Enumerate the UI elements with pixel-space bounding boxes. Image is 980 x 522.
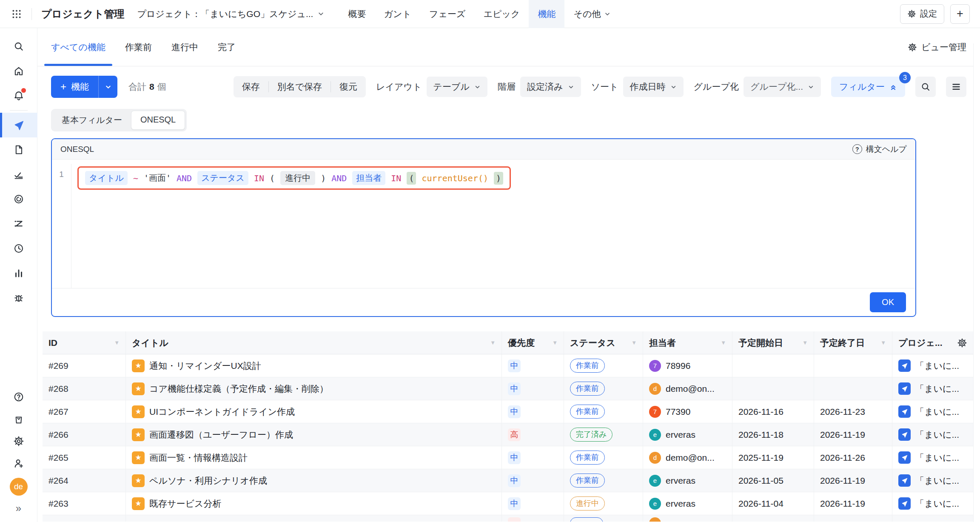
sidebar-item-home[interactable] xyxy=(0,59,37,83)
layout-select[interactable]: テーブル xyxy=(427,77,487,97)
onesql-query[interactable]: タイトル ~ '画面' AND ステータス IN ( 進行中 ) AND 担当者… xyxy=(77,166,511,190)
sidebar-item-invite[interactable] xyxy=(0,452,37,474)
view-tab-todo[interactable]: 作業前 xyxy=(125,28,152,66)
view-tab-in-progress[interactable]: 進行中 xyxy=(171,28,198,66)
tab-feature[interactable]: 機能 xyxy=(529,0,564,28)
tab-phase[interactable]: フェーズ xyxy=(420,0,474,28)
table-row[interactable]: #263 ★既存サービス分析 中 進行中 eerveras 2026-11-04… xyxy=(43,492,973,515)
onesql-tab[interactable]: ONESQL xyxy=(131,111,185,130)
save-as-button[interactable]: 別名で保存 xyxy=(269,81,331,93)
search-button[interactable] xyxy=(915,77,936,97)
cell-title[interactable]: ★画面遷移図（ユーザーフロー）作成 xyxy=(126,423,502,446)
table-row[interactable]: #267 ★UIコンポーネントガイドライン作成 中 作業前 777390 202… xyxy=(43,400,973,423)
cell-assignee: 778996 xyxy=(643,354,732,377)
filter-triangle-icon[interactable]: ▼ xyxy=(114,339,120,346)
column-header-project[interactable]: プロジェ... xyxy=(892,331,973,354)
filter-triangle-icon[interactable]: ▼ xyxy=(552,339,558,346)
tab-epic[interactable]: エピック xyxy=(474,0,529,28)
sidebar-item-sprint[interactable] xyxy=(0,187,37,211)
avatar xyxy=(649,517,661,522)
view-tab-all-features[interactable]: すべての機能 xyxy=(51,28,105,66)
column-header-status[interactable]: ステータス▼ xyxy=(564,331,643,354)
sidebar-item-marketplace[interactable] xyxy=(0,408,37,430)
project-icon xyxy=(898,382,911,395)
cell-title[interactable]: ★ペルソナ・利用シナリオ作成 xyxy=(126,469,502,492)
onesql-panel-header: ONESQL ? 構文ヘルプ xyxy=(52,139,915,160)
priority-badge: 中 xyxy=(508,382,521,395)
filter-triangle-icon[interactable]: ▼ xyxy=(490,339,496,346)
tab-overview[interactable]: 概要 xyxy=(339,0,375,28)
table-row-partial[interactable] xyxy=(43,515,973,522)
onesql-panel: ONESQL ? 構文ヘルプ 1 タイトル ~ '画面' AND ステータス I… xyxy=(51,138,916,317)
column-header-assignee[interactable]: 担当者▼ xyxy=(643,331,732,354)
token-paren: ) xyxy=(321,173,326,183)
basic-filter-tab[interactable]: 基本フィルター xyxy=(53,111,131,130)
view-tab-done[interactable]: 完了 xyxy=(218,28,236,66)
hierarchy-select[interactable]: 設定済み xyxy=(520,77,581,97)
project-settings-button[interactable]: 設定 xyxy=(900,4,944,24)
cell-title[interactable]: ★既存サービス分析 xyxy=(126,492,502,515)
question-icon: ? xyxy=(852,144,862,154)
filter-triangle-icon[interactable]: ▼ xyxy=(880,339,886,346)
cell-title[interactable]: ★UIコンポーネントガイドライン作成 xyxy=(126,400,502,423)
global-add-button[interactable]: + xyxy=(950,4,970,24)
tab-more[interactable]: その他 xyxy=(564,0,620,28)
sidebar-item-search[interactable] xyxy=(0,34,37,59)
sidebar-item-document[interactable] xyxy=(0,137,37,162)
filter-triangle-icon[interactable]: ▼ xyxy=(721,339,726,346)
avatar: d xyxy=(649,452,661,464)
sidebar-item-workflow[interactable] xyxy=(0,211,37,236)
chevron-down-icon xyxy=(474,84,481,90)
app-launcher-icon[interactable] xyxy=(11,9,22,20)
syntax-help-link[interactable]: ? 構文ヘルプ xyxy=(852,144,907,155)
group-select[interactable]: グループ化... xyxy=(744,77,821,97)
add-feature-button[interactable]: + 機能 xyxy=(51,76,98,98)
cell-project: 「まいに... xyxy=(892,469,973,492)
list-view-button[interactable] xyxy=(946,77,966,97)
table-row[interactable]: #268 ★コア機能仕様定義（予定作成・編集・削除） 中 作業前 ddemo@o… xyxy=(43,377,973,400)
sidebar-item-report[interactable] xyxy=(0,261,37,285)
status-badge xyxy=(570,517,603,522)
filter-triangle-icon[interactable]: ▼ xyxy=(631,339,637,346)
column-header-end-date[interactable]: 予定終了日▼ xyxy=(814,331,892,354)
token-field: ステータス xyxy=(197,171,248,185)
ok-button[interactable]: OK xyxy=(870,292,906,312)
chevron-down-icon xyxy=(568,84,574,90)
cell-assignee: eerveras xyxy=(643,469,732,492)
table-row[interactable]: #264 ★ペルソナ・利用シナリオ作成 中 作業前 eerveras 2026-… xyxy=(43,469,973,492)
sidebar-item-project[interactable] xyxy=(0,113,37,137)
sidebar-item-notifications[interactable] xyxy=(0,83,37,108)
filter-toggle-button[interactable]: フィルター 3 xyxy=(831,77,905,97)
column-header-id[interactable]: ID▼ xyxy=(43,331,126,354)
sort-select[interactable]: 作成日時 xyxy=(623,77,684,97)
cell-title[interactable]: ★通知・リマインダーUX設計 xyxy=(126,354,502,377)
cell-title[interactable]: ★コア機能仕様定義（予定作成・編集・削除） xyxy=(126,377,502,400)
sidebar-item-tasks[interactable] xyxy=(0,162,37,187)
onesql-code-area[interactable]: 1 タイトル ~ '画面' AND ステータス IN ( 進行中 ) AND 担… xyxy=(52,160,915,288)
save-button[interactable]: 保存 xyxy=(234,81,268,93)
project-selector[interactable]: プロジェクト：「まいにちGO」スケジュ... xyxy=(137,8,325,20)
sidebar-item-test[interactable] xyxy=(0,285,37,310)
filter-triangle-icon[interactable]: ▼ xyxy=(802,339,808,346)
view-manage-button[interactable]: ビュー管理 xyxy=(908,41,966,53)
user-avatar[interactable]: de xyxy=(10,478,28,496)
cell-title[interactable]: ★画面一覧・情報構造設計 xyxy=(126,446,502,469)
table-row[interactable]: #265 ★画面一覧・情報構造設計 中 作業前 ddemo@on... 2025… xyxy=(43,446,973,469)
column-header-priority[interactable]: 優先度▼ xyxy=(502,331,564,354)
table-row[interactable]: #269 ★通知・リマインダーUX設計 中 作業前 778996 「まいに... xyxy=(43,354,973,377)
sidebar-item-settings[interactable] xyxy=(0,430,37,452)
sidebar-item-time[interactable] xyxy=(0,236,37,261)
restore-button[interactable]: 復元 xyxy=(331,81,366,93)
column-header-start-date[interactable]: 予定開始日▼ xyxy=(732,331,814,354)
table-row[interactable]: #266 ★画面遷移図（ユーザーフロー）作成 高 完了済み eerveras 2… xyxy=(43,423,973,446)
tab-gantt[interactable]: ガント xyxy=(375,0,420,28)
status-badge: 作業前 xyxy=(570,405,605,419)
sidebar-collapse-toggle[interactable]: » xyxy=(16,499,21,518)
add-feature-dropdown[interactable] xyxy=(99,76,117,98)
column-settings-gear-icon[interactable] xyxy=(957,338,967,348)
vertical-scrollbar[interactable] xyxy=(973,43,980,522)
sidebar-item-help[interactable] xyxy=(0,386,37,408)
column-header-title[interactable]: タイトル▼ xyxy=(126,331,502,354)
gear-icon xyxy=(13,436,24,447)
cell-status: 作業前 xyxy=(564,400,643,423)
